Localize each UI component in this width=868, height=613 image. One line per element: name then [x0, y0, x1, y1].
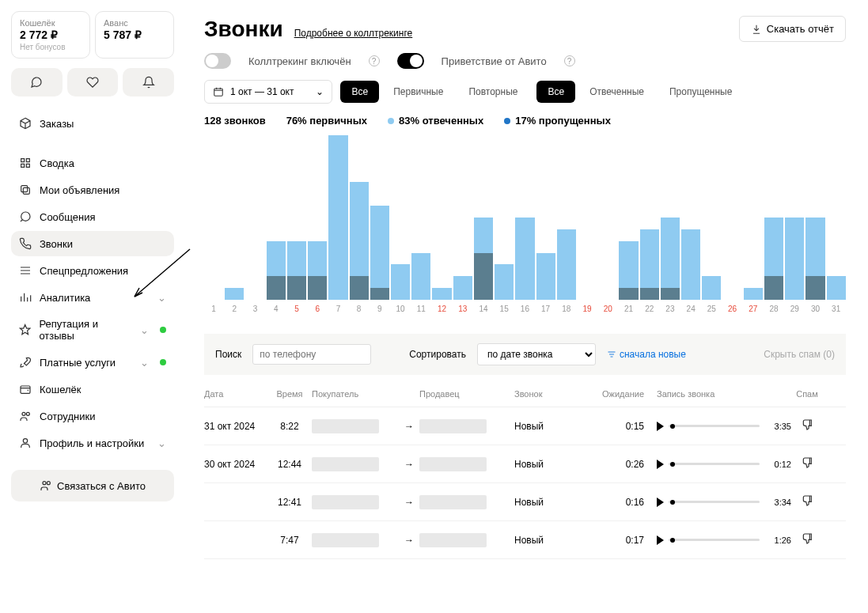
- chevron-down-icon: ⌄: [140, 324, 149, 336]
- chart-bar[interactable]: 13: [453, 135, 472, 313]
- chart-bar[interactable]: 7: [328, 135, 347, 313]
- help-icon[interactable]: ?: [369, 55, 380, 66]
- rocket-icon: [19, 356, 32, 369]
- date-range-picker[interactable]: 1 окт — 31 окт ⌄: [204, 80, 332, 104]
- wallet-card[interactable]: Кошелёк 2 772 ₽ Нет бонусов: [11, 11, 90, 59]
- nav-item-Мои объявления[interactable]: Мои объявления: [11, 177, 174, 202]
- tag-icon: [19, 264, 32, 277]
- chart-bar[interactable]: 23: [661, 135, 680, 313]
- x-tick: 12: [438, 305, 446, 313]
- thumb-down-icon[interactable]: [801, 494, 813, 507]
- play-icon[interactable]: [657, 535, 664, 545]
- sort-select[interactable]: по дате звонка: [477, 343, 596, 365]
- play-icon[interactable]: [657, 498, 664, 507]
- filter-pill[interactable]: Все: [340, 81, 379, 103]
- greeting-toggle[interactable]: [397, 53, 424, 69]
- download-button[interactable]: Скачать отчёт: [739, 16, 846, 42]
- thumb-down-icon[interactable]: [801, 456, 813, 469]
- audio-player[interactable]: 3:35: [657, 422, 791, 431]
- chat-shortcut[interactable]: [11, 68, 63, 96]
- chart-bar[interactable]: 4: [267, 135, 286, 313]
- nav-item-Сводка[interactable]: Сводка: [11, 150, 174, 176]
- audio-player[interactable]: 1:26: [657, 535, 791, 545]
- chart-bar[interactable]: 5: [287, 135, 306, 313]
- advance-card[interactable]: Аванс 5 787 ₽: [95, 11, 174, 59]
- search-input[interactable]: [252, 344, 371, 365]
- chart-bar[interactable]: 14: [474, 135, 493, 313]
- nav-item-Звонки[interactable]: Звонки: [11, 231, 174, 256]
- help-icon[interactable]: ?: [564, 55, 575, 66]
- bell-shortcut[interactable]: [123, 68, 174, 96]
- nav-item-Сотрудники[interactable]: Сотрудники: [11, 403, 174, 429]
- thumb-down-icon[interactable]: [801, 418, 813, 431]
- hide-spam-link[interactable]: Скрыть спам (0): [764, 349, 835, 360]
- nav-item-Профиль и настройки[interactable]: Профиль и настройки⌄: [11, 430, 174, 456]
- chart-bar[interactable]: 22: [640, 135, 659, 313]
- nav-item-Заказы[interactable]: Заказы: [11, 111, 174, 136]
- calls-chart: 1234567891011121314151617181920212223242…: [204, 131, 846, 313]
- chart-bar[interactable]: 20: [598, 135, 617, 313]
- chart-bar[interactable]: 6: [308, 135, 327, 313]
- progress-bar[interactable]: [669, 539, 760, 541]
- chart-bar[interactable]: 16: [515, 135, 534, 313]
- filter-pill[interactable]: Первичные: [382, 81, 454, 103]
- sort-order-link[interactable]: сначала новые: [607, 349, 686, 360]
- chart-bar[interactable]: 30: [805, 135, 824, 313]
- x-tick: 24: [687, 305, 696, 313]
- chart-bar[interactable]: 31: [827, 135, 846, 313]
- chart-bar[interactable]: 24: [681, 135, 700, 313]
- status-dot: [160, 327, 166, 333]
- progress-bar[interactable]: [669, 425, 760, 427]
- status-dot: [160, 359, 166, 365]
- answered-filter-group: ВсеОтвеченныеПропущенные: [536, 81, 743, 103]
- progress-bar[interactable]: [669, 463, 760, 465]
- nav-item-Спецпредложения[interactable]: Спецпредложения: [11, 258, 174, 283]
- svg-point-4: [26, 412, 29, 415]
- heart-shortcut[interactable]: [67, 68, 119, 96]
- summary-primary: 76% первичных: [286, 115, 367, 127]
- chart-bar[interactable]: 8: [350, 135, 369, 313]
- audio-player[interactable]: 0:12: [657, 460, 791, 469]
- about-link[interactable]: Подробнее о коллтрекинге: [294, 28, 413, 39]
- chart-bar[interactable]: 15: [495, 135, 514, 313]
- audio-player[interactable]: 3:34: [657, 498, 791, 507]
- x-tick: 8: [357, 305, 362, 313]
- chart-bar[interactable]: 18: [557, 135, 576, 313]
- svg-rect-0: [23, 187, 29, 194]
- table-row: 12:41→Новый0:163:34: [204, 483, 846, 521]
- chart-bar[interactable]: 9: [370, 135, 389, 313]
- chart-bar[interactable]: 27: [744, 135, 763, 313]
- chart-bar[interactable]: 10: [391, 135, 410, 313]
- chart-bar[interactable]: 17: [536, 135, 555, 313]
- play-icon[interactable]: [657, 460, 664, 469]
- calltracking-toggle[interactable]: [204, 53, 231, 69]
- progress-bar[interactable]: [669, 501, 760, 503]
- x-tick: 31: [832, 305, 840, 313]
- chart-bar[interactable]: 26: [722, 135, 741, 313]
- contact-button[interactable]: Связаться с Авито: [11, 470, 174, 501]
- x-tick: 23: [665, 305, 674, 313]
- chart-bar[interactable]: 29: [785, 135, 804, 313]
- chart-bar[interactable]: 19: [578, 135, 597, 313]
- nav-item-Аналитика[interactable]: Аналитика⌄: [11, 285, 174, 310]
- filter-pill[interactable]: Все: [536, 81, 575, 103]
- nav-item-Платные услуги[interactable]: Платные услуги⌄: [11, 350, 174, 375]
- chart-bar[interactable]: 2: [225, 135, 244, 313]
- thumb-down-icon[interactable]: [801, 532, 813, 545]
- chart-bar[interactable]: 12: [432, 135, 451, 313]
- chart-bar[interactable]: 28: [764, 135, 783, 313]
- nav-item-Сообщения[interactable]: Сообщения: [11, 204, 174, 229]
- nav-item-Репутация и отзывы[interactable]: Репутация и отзывы⌄: [11, 312, 174, 348]
- filter-pill[interactable]: Пропущенные: [658, 81, 743, 103]
- nav-item-Кошелёк[interactable]: Кошелёк: [11, 377, 174, 402]
- filter-pill[interactable]: Повторные: [457, 81, 529, 103]
- chart-bar[interactable]: 11: [411, 135, 430, 313]
- chart-bar[interactable]: 1: [204, 135, 223, 313]
- filter-pill[interactable]: Отвеченные: [578, 81, 655, 103]
- legend-dot-answered: [388, 118, 394, 124]
- play-icon[interactable]: [657, 422, 664, 431]
- chart-bar[interactable]: 3: [245, 135, 264, 313]
- chart-bar[interactable]: 25: [702, 135, 721, 313]
- chart-bar[interactable]: 21: [619, 135, 638, 313]
- nav: ЗаказыСводкаМои объявленияСообщенияЗвонк…: [11, 111, 174, 456]
